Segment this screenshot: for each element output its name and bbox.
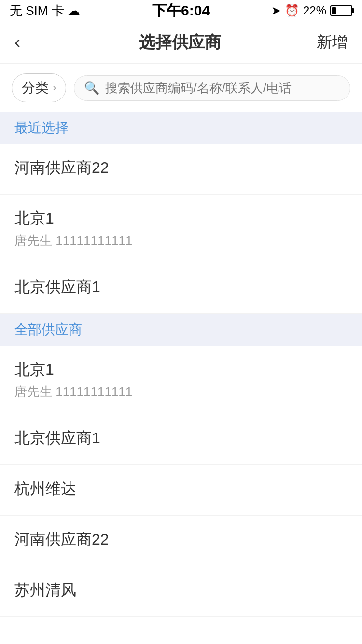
all-list-item[interactable]: 北京供应商1 (0, 414, 362, 465)
item-name: 河南供应商22 (14, 157, 348, 179)
item-sub: 唐先生 11111111111 (14, 232, 348, 249)
add-button[interactable]: 新增 (317, 32, 348, 53)
all-list: 北京1唐先生 11111111111北京供应商1杭州维达河南供应商22苏州清风 (0, 346, 362, 617)
item-name: 苏州清风 (14, 580, 348, 601)
status-left: 无 SIM 卡 ☁ (10, 2, 80, 19)
item-name: 北京供应商1 (14, 277, 348, 298)
item-name: 河南供应商22 (14, 529, 348, 550)
status-right: ➤ ⏰ 22% (271, 4, 352, 17)
all-list-item[interactable]: 杭州维达 (0, 465, 362, 516)
search-box[interactable]: 🔍 (74, 75, 350, 101)
location-icon: ➤ (271, 4, 281, 17)
chevron-right-icon: › (53, 82, 56, 94)
all-list-item[interactable]: 河南供应商22 (0, 516, 362, 566)
page-title: 选择供应商 (139, 31, 221, 54)
recent-list-item[interactable]: 北京供应商1 (0, 263, 362, 314)
item-name: 北京1 (14, 359, 348, 380)
item-name: 杭州维达 (14, 478, 348, 500)
recent-list: 河南供应商22北京1唐先生 11111111111北京供应商1 (0, 144, 362, 314)
recent-section-header: 最近选择 (0, 112, 362, 144)
category-filter[interactable]: 分类 › (12, 73, 66, 102)
all-section-header: 全部供应商 (0, 314, 362, 346)
status-bar: 无 SIM 卡 ☁ 下午6:04 ➤ ⏰ 22% (0, 0, 362, 21)
all-list-item[interactable]: 苏州清风 (0, 566, 362, 617)
nav-bar: ‹ 选择供应商 新增 (0, 21, 362, 64)
recent-list-item[interactable]: 北京1唐先生 11111111111 (0, 195, 362, 263)
battery-percent: 22% (303, 4, 326, 17)
category-label: 分类 (22, 79, 49, 97)
search-icon: 🔍 (84, 81, 99, 96)
recent-section-label: 最近选择 (14, 120, 69, 135)
item-name: 北京供应商1 (14, 428, 348, 449)
recent-list-item[interactable]: 河南供应商22 (0, 144, 362, 195)
back-button[interactable]: ‹ (14, 32, 43, 53)
all-section-label: 全部供应商 (14, 322, 82, 337)
item-name: 北京1 (14, 208, 348, 229)
item-sub: 唐先生 11111111111 (14, 383, 348, 400)
all-list-item[interactable]: 北京1唐先生 11111111111 (0, 346, 362, 414)
alarm-icon: ⏰ (285, 4, 299, 17)
status-time: 下午6:04 (152, 1, 210, 21)
battery-icon (330, 5, 352, 16)
search-input[interactable] (105, 81, 340, 96)
filter-bar: 分类 › 🔍 (0, 64, 362, 112)
